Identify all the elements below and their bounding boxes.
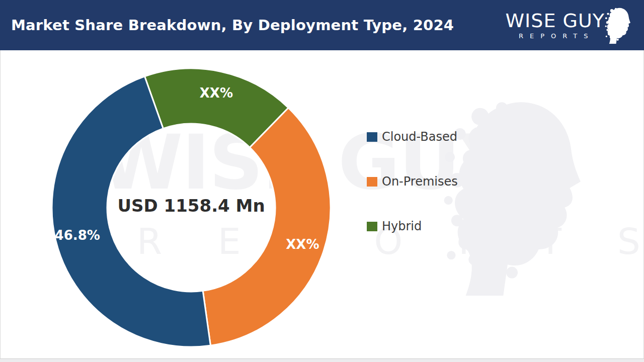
legend-swatch-icon (367, 177, 377, 187)
donut-slice-on-premises (203, 108, 331, 345)
chart-legend: Cloud-BasedOn-PremisesHybrid (367, 129, 458, 234)
page-title: Market Share Breakdown, By Deployment Ty… (11, 17, 454, 34)
legend-item-hybrid: Hybrid (367, 219, 458, 234)
slice-label-on-premises: XX% (286, 237, 319, 252)
legend-item-cloud-based: Cloud-Based (367, 129, 458, 144)
logo-line2: REPORTS (519, 32, 595, 40)
logo-wordmark: WISE GUY REPORTS (506, 11, 605, 40)
donut-chart: XX%XX%46.8% (0, 0, 644, 362)
legend-label: On-Premises (382, 175, 458, 188)
logo-face-icon (604, 5, 636, 45)
wiseguy-logo: WISE GUY REPORTS (506, 5, 636, 45)
slice-label-cloud-based: 46.8% (55, 228, 100, 243)
legend-swatch-icon (367, 222, 377, 231)
logo-line1: WISE GUY (506, 11, 605, 30)
legend-item-on-premises: On-Premises (367, 174, 458, 189)
legend-label: Cloud-Based (382, 131, 457, 143)
legend-label: Hybrid (382, 220, 422, 232)
legend-swatch-icon (367, 132, 377, 142)
header-bar: Market Share Breakdown, By Deployment Ty… (0, 0, 644, 50)
donut-center-value: USD 1158.4 Mn (91, 196, 292, 216)
footer-strip (0, 358, 644, 362)
slice-label-hybrid: XX% (200, 85, 233, 101)
